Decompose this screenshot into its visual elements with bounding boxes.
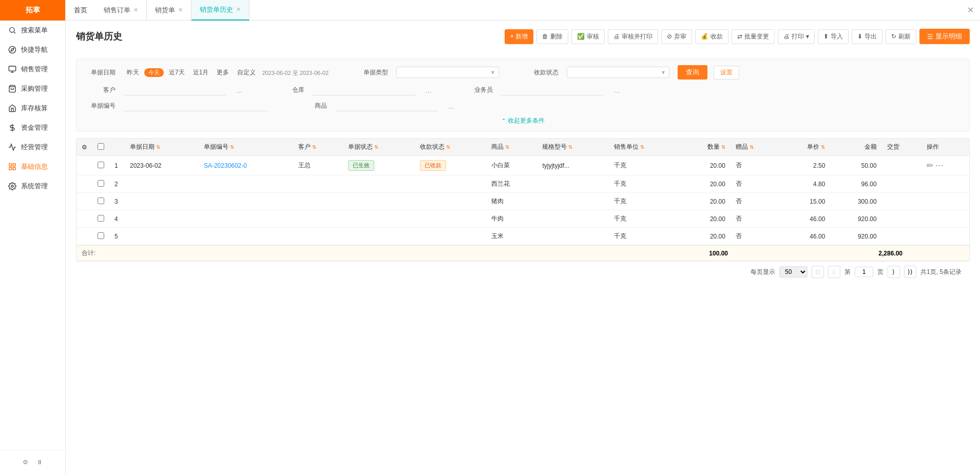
import-button[interactable]: ⬆ 导入: [818, 29, 849, 44]
row-checkbox[interactable]: [98, 215, 104, 222]
th-goods[interactable]: 商品 ⇅: [486, 139, 537, 156]
th-doc-status[interactable]: 单据状态 ⇅: [343, 139, 415, 156]
page-last-btn[interactable]: ⟩⟩: [904, 266, 916, 278]
edit-btn[interactable]: ✏: [927, 161, 933, 170]
cell-check[interactable]: [92, 156, 109, 175]
goods-dots[interactable]: ...: [446, 102, 456, 110]
table-footer-sum: 合计: 100.00 2,286.00: [76, 245, 969, 261]
table-row: 1 2023-06-02 SA-20230602-0 王总 已生效 已收款 小白…: [76, 156, 969, 175]
cell-transaction: [882, 228, 922, 245]
th-gear[interactable]: ⚙: [76, 139, 92, 156]
cell-amount: 50.00: [830, 156, 881, 175]
th-price[interactable]: 单价 ⇅: [780, 139, 830, 156]
collapse-up-icon: ⌃: [501, 117, 506, 125]
filter-row-1: 单据日期 昨天 今天 近7天 近1月 更多 自定义 2023-06-02 至 2…: [85, 65, 961, 80]
print-button[interactable]: 🖨 打印 ▾: [778, 29, 815, 44]
cell-doc-no[interactable]: SA-20230602-0: [199, 156, 293, 175]
page-prev-btn[interactable]: ⟨: [828, 266, 840, 278]
sidebar-item-purchase-mgmt[interactable]: 采购管理: [0, 79, 65, 98]
settings-bottom-icon[interactable]: ⚙: [23, 459, 28, 466]
cell-check[interactable]: [92, 175, 109, 193]
gear-icon[interactable]: ⚙: [82, 144, 87, 151]
cell-check[interactable]: [92, 210, 109, 228]
type-select[interactable]: ▾: [396, 67, 499, 78]
doc-no-input[interactable]: [124, 101, 267, 111]
window-close-btn[interactable]: ✕: [961, 0, 980, 21]
pause-bottom-icon[interactable]: ⏸: [36, 459, 43, 466]
collapse-button[interactable]: ⌃ 收起更多条件: [501, 116, 545, 125]
delete-button[interactable]: 🗑 删除: [536, 29, 568, 44]
customer-input[interactable]: [124, 85, 226, 95]
sidebar-item-finance[interactable]: 资金管理: [0, 118, 65, 137]
collect-button[interactable]: 💰 收款: [695, 29, 728, 44]
tab-close-sales-goods[interactable]: ✕: [178, 7, 183, 13]
abandon-button[interactable]: ⊘ 弃审: [661, 29, 692, 44]
cell-doc-status: 已生效: [343, 156, 415, 175]
page-input[interactable]: [855, 267, 873, 277]
tab-close-sales-order[interactable]: ✕: [133, 7, 138, 13]
salesperson-dots[interactable]: ...: [612, 86, 622, 94]
goods-input[interactable]: [335, 101, 438, 111]
refresh-button[interactable]: ↻ 刷新: [886, 29, 916, 44]
more-btn[interactable]: ⋯: [935, 161, 944, 170]
query-button[interactable]: 查询: [678, 65, 707, 80]
date-tag-yesterday[interactable]: 昨天: [124, 68, 142, 77]
cell-check[interactable]: [92, 193, 109, 210]
th-qty[interactable]: 数量 ⇅: [681, 139, 731, 156]
new-button[interactable]: + 新增: [505, 29, 533, 44]
select-all-checkbox[interactable]: [98, 143, 104, 150]
page-next-btn[interactable]: ⟩: [888, 266, 900, 278]
th-payment-status[interactable]: 收款状态 ⇅: [415, 139, 487, 156]
sidebar-item-basic-info[interactable]: 基础信息: [0, 157, 65, 176]
sidebar-item-system[interactable]: 系统管理: [0, 176, 65, 196]
show-detail-button[interactable]: ☰ 显示明细: [919, 29, 970, 44]
date-tag-today[interactable]: 今天: [144, 68, 164, 77]
sidebar-item-search-menu[interactable]: 搜索菜单: [0, 21, 65, 40]
th-doc-no[interactable]: 单据编号 ⇅: [199, 139, 293, 156]
date-tag-1month[interactable]: 近1月: [190, 68, 212, 77]
th-gift[interactable]: 赠品 ⇅: [731, 139, 780, 156]
tab-sales-goods[interactable]: 销货单 ✕: [147, 0, 191, 21]
th-spec[interactable]: 规格型号 ⇅: [537, 139, 609, 156]
batch-change-button[interactable]: ⇄ 批量变更: [732, 29, 775, 44]
page-first-btn[interactable]: ⟨⟨: [812, 266, 824, 278]
th-customer[interactable]: 客户 ⇅: [293, 139, 343, 156]
tab-close-sales-history[interactable]: ✕: [236, 6, 241, 13]
warehouse-input[interactable]: [313, 85, 415, 95]
payment-status-arrow: ▾: [662, 69, 665, 76]
cell-check[interactable]: [92, 228, 109, 245]
th-action: 操作: [921, 139, 969, 156]
date-tag-more[interactable]: 更多: [214, 68, 232, 77]
row-checkbox[interactable]: [98, 198, 104, 204]
th-check[interactable]: [92, 139, 109, 156]
sidebar-item-quick-nav[interactable]: 快捷导航: [0, 40, 65, 60]
row-checkbox[interactable]: [98, 180, 104, 187]
audit-button[interactable]: ✅ 审核: [571, 29, 605, 44]
audit-print-button[interactable]: 🖨 审核并打印: [608, 29, 658, 44]
tab-sales-order[interactable]: 销售订单 ✕: [95, 0, 147, 21]
sidebar-item-inventory[interactable]: 库存核算: [0, 98, 65, 118]
date-tag-7days[interactable]: 近7天: [166, 68, 188, 77]
basic-info-icon: [8, 162, 17, 171]
date-tag-custom[interactable]: 自定义: [234, 68, 259, 77]
row-checkbox[interactable]: [98, 162, 104, 168]
warehouse-dots[interactable]: ...: [424, 86, 434, 94]
per-page-select[interactable]: 50 20 100: [779, 266, 808, 278]
row-checkbox[interactable]: [98, 232, 104, 239]
customer-dots[interactable]: ...: [235, 86, 245, 94]
tab-home[interactable]: 首页: [66, 0, 95, 21]
cell-spec: [537, 210, 609, 228]
svg-rect-12: [9, 167, 12, 170]
sidebar-item-sales-mgmt[interactable]: 销售管理: [0, 60, 65, 79]
th-unit[interactable]: 销售单位 ⇅: [609, 139, 681, 156]
sidebar-item-operations[interactable]: 经营管理: [0, 137, 65, 157]
date-tags: 昨天 今天 近7天 近1月 更多 自定义: [124, 68, 259, 77]
payment-status-select[interactable]: ▾: [567, 67, 669, 78]
export-button[interactable]: ⬇ 导出: [852, 29, 882, 44]
salesperson-input[interactable]: [501, 85, 604, 95]
table-row: 3 猪肉 千克 20.00 否 15.00 300.00: [76, 193, 969, 210]
th-doc-date[interactable]: 单据日期 ⇅: [125, 139, 199, 156]
doc-no-link[interactable]: SA-20230602-0: [204, 162, 247, 169]
tab-sales-history[interactable]: 销货单历史 ✕: [191, 0, 249, 21]
filter-settings-button[interactable]: 设置: [714, 66, 739, 80]
